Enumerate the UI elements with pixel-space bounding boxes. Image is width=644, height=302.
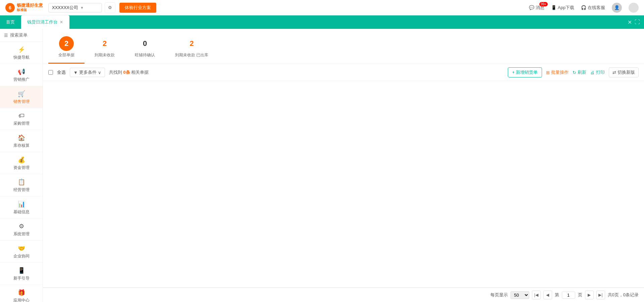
sidebar-item-quick-nav[interactable]: ⚡ 快捷导航 bbox=[0, 42, 43, 64]
refresh-button[interactable]: ↻ 刷新 bbox=[573, 69, 586, 75]
print-button[interactable]: 🖨 打印 bbox=[590, 69, 605, 75]
messages-button[interactable]: 💬 消息 99+ bbox=[529, 5, 544, 11]
sidebar-item-operations[interactable]: 📋 经营管理 bbox=[0, 174, 43, 196]
lightning-icon: ⚡ bbox=[18, 46, 25, 53]
stat-shipped-num: 2 bbox=[184, 36, 199, 51]
refresh-icon: ↻ bbox=[573, 70, 576, 75]
select-all-checkbox[interactable] bbox=[48, 70, 53, 75]
per-page-select[interactable]: 50 100 200 bbox=[511, 291, 529, 299]
stat-overdue[interactable]: 2 到期未收款 bbox=[85, 33, 125, 64]
online-service-label: 在线客服 bbox=[588, 5, 605, 11]
filter-button[interactable]: ▼ 更多条件 ∨ bbox=[70, 68, 105, 77]
new-sale-button[interactable]: + 新增销货单 bbox=[508, 67, 542, 77]
tab-workbench[interactable]: 钱货日清工作台 ✕ bbox=[21, 15, 69, 29]
trial-button[interactable]: 体验行业方案 bbox=[119, 3, 156, 13]
stats-bar: 2 全部单据 2 到期未收款 0 旺辅待确认 2 到期未收款 已出库 bbox=[43, 29, 644, 64]
stat-all[interactable]: 2 全部单据 bbox=[48, 33, 85, 64]
guide-icon: 📱 bbox=[18, 267, 25, 274]
sidebar-label-finance: 资金管理 bbox=[13, 165, 30, 171]
sidebar-label-cooperation: 企业协同 bbox=[13, 253, 30, 259]
sales-icon: 🛒 bbox=[18, 90, 25, 98]
avatar-extra[interactable] bbox=[629, 3, 639, 13]
cooperation-icon: 🤝 bbox=[18, 245, 25, 252]
page-input[interactable]: 1 bbox=[562, 292, 575, 299]
refresh-label: 刷新 bbox=[578, 69, 586, 75]
toolbar-right: + 新增销货单 ⊞ 批量操作 ↻ 刷新 🖨 打印 ⇄ 切换新版 bbox=[508, 67, 639, 77]
tab-close-icon[interactable]: ✕ bbox=[60, 20, 63, 24]
tab-home[interactable]: 首页 bbox=[0, 15, 21, 29]
brand-icon: 6 bbox=[5, 3, 15, 12]
online-service-button[interactable]: 🎧 在线客服 bbox=[581, 5, 605, 11]
chevron-down-icon: ▼ bbox=[80, 6, 84, 10]
sidebar-item-sales[interactable]: 🛒 销售管理 bbox=[0, 86, 43, 108]
settings-button[interactable]: ⚙ bbox=[105, 2, 115, 13]
sidebar-item-inventory[interactable]: 🏠 库存核算 bbox=[0, 130, 43, 152]
sidebar-item-marketing[interactable]: 📢 营销推广 bbox=[0, 64, 43, 86]
sidebar-item-finance[interactable]: 💰 资金管理 bbox=[0, 152, 43, 174]
sidebar-item-app-center[interactable]: 🎁 应用中心 bbox=[0, 285, 43, 302]
avatar[interactable]: 👤 bbox=[612, 3, 622, 13]
tab-minimize-icon[interactable]: ✕ bbox=[628, 19, 632, 25]
switch-icon: ⇄ bbox=[612, 70, 616, 75]
stat-shipped[interactable]: 2 到期未收款 已出库 bbox=[165, 33, 218, 64]
top-header: 6 畅捷通好生意 标准版 XXXXXX公司 ▼ ⚙ 体验行业方案 💬 消息 99… bbox=[0, 0, 644, 15]
brand-logo: 6 畅捷通好生意 标准版 bbox=[5, 3, 48, 13]
sidebar-item-guide[interactable]: 📱 新手引导 bbox=[0, 263, 43, 285]
marketing-icon: 📢 bbox=[18, 68, 25, 75]
header-right: 💬 消息 99+ 📱 App下载 🎧 在线客服 👤 bbox=[529, 3, 639, 13]
download-icon: 📱 bbox=[551, 5, 556, 10]
batch-icon: ⊞ bbox=[546, 70, 550, 75]
print-icon: 🖨 bbox=[590, 70, 595, 75]
select-all-label: 全选 bbox=[57, 69, 66, 75]
tab-workbench-label: 钱货日清工作台 bbox=[27, 19, 58, 25]
sidebar-item-cooperation[interactable]: 🤝 企业协同 bbox=[0, 241, 43, 263]
search-menu-button[interactable]: ☰ 搜索菜单 bbox=[0, 29, 43, 42]
chevron-icon: ∨ bbox=[98, 70, 101, 75]
sidebar-item-basic-info[interactable]: 📊 基础信息 bbox=[0, 196, 43, 219]
messages-badge: 99+ bbox=[539, 2, 548, 6]
stat-overdue-label: 到期未收款 bbox=[95, 52, 115, 58]
sidebar-item-system[interactable]: ⚙ 系统管理 bbox=[0, 219, 43, 241]
batch-operation-button[interactable]: ⊞ 批量操作 bbox=[546, 69, 569, 75]
stat-overdue-num: 2 bbox=[97, 36, 112, 51]
prev-page-button[interactable]: ◀ bbox=[543, 291, 552, 299]
toolbar-left: 全选 ▼ 更多条件 ∨ 共找到 0条 相关单据 bbox=[48, 68, 149, 77]
tab-bar: 首页 钱货日清工作台 ✕ ✕ ⛶ bbox=[0, 15, 644, 29]
search-menu-label: 搜索菜单 bbox=[10, 32, 28, 38]
system-icon: ⚙ bbox=[19, 223, 24, 230]
pagination-bar: 每页显示 50 100 200 |◀ ◀ 第 1 页 ▶ ▶| 共0页，0条记录 bbox=[43, 288, 644, 302]
last-page-button[interactable]: ▶| bbox=[596, 291, 605, 299]
message-icon: 💬 bbox=[529, 5, 534, 10]
sidebar-item-purchase[interactable]: 🏷 采购管理 bbox=[0, 108, 43, 130]
sidebar-label-marketing: 营销推广 bbox=[13, 77, 30, 82]
sidebar-label-operations: 经营管理 bbox=[13, 187, 30, 193]
tab-bar-actions: ✕ ⛶ bbox=[628, 19, 644, 25]
stat-pending-num: 0 bbox=[138, 36, 152, 51]
main-layout: ☰ 搜索菜单 ⚡ 快捷导航 📢 营销推广 🛒 销售管理 🏷 采购管理 🏠 库存核… bbox=[0, 29, 644, 302]
operations-icon: 📋 bbox=[18, 178, 25, 186]
toolbar: 全选 ▼ 更多条件 ∨ 共找到 0条 相关单据 + 新增销货单 ⊞ 批量操作 bbox=[43, 64, 644, 81]
sidebar-label-basic-info: 基础信息 bbox=[13, 209, 30, 215]
inventory-icon: 🏠 bbox=[18, 134, 25, 141]
basic-info-icon: 📊 bbox=[18, 200, 25, 208]
gear-icon: ⚙ bbox=[108, 5, 112, 10]
tab-home-label: 首页 bbox=[6, 19, 15, 25]
main-content: 2 全部单据 2 到期未收款 0 旺辅待确认 2 到期未收款 已出库 全选 bbox=[43, 29, 644, 302]
filter-label: 更多条件 bbox=[79, 69, 97, 75]
app-center-icon: 🎁 bbox=[18, 289, 25, 296]
switch-version-button[interactable]: ⇄ 切换新版 bbox=[609, 67, 639, 77]
page-label: 第 bbox=[555, 292, 559, 298]
switch-label: 切换新版 bbox=[618, 69, 635, 75]
company-selector[interactable]: XXXXXX公司 ▼ bbox=[48, 3, 102, 12]
purchase-icon: 🏷 bbox=[18, 112, 24, 119]
stat-pending-label: 旺辅待确认 bbox=[135, 52, 155, 58]
sidebar-label-system: 系统管理 bbox=[13, 231, 30, 237]
found-count: 0条 bbox=[123, 70, 130, 75]
finance-icon: 💰 bbox=[18, 156, 25, 164]
stat-pending[interactable]: 0 旺辅待确认 bbox=[125, 33, 165, 64]
sidebar-label-app-center: 应用中心 bbox=[13, 298, 30, 302]
tab-maximize-icon[interactable]: ⛶ bbox=[635, 19, 640, 25]
next-page-button[interactable]: ▶ bbox=[585, 291, 594, 299]
app-download-button[interactable]: 📱 App下载 bbox=[551, 5, 574, 11]
first-page-button[interactable]: |◀ bbox=[532, 291, 541, 299]
